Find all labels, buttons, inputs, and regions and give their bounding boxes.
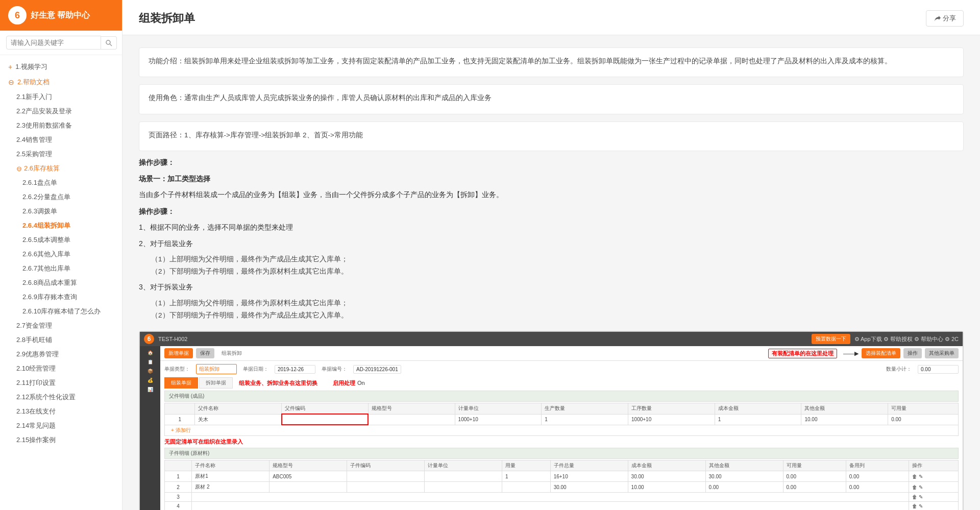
mock-th-c-code: 子件编码 <box>347 460 425 471</box>
mock-action-btn2[interactable]: 其他采购单 <box>925 348 959 358</box>
search-input[interactable] <box>6 36 101 50</box>
sidebar-item-video-learning[interactable]: + 1.视频学习 <box>0 59 122 75</box>
sidebar-item-inventory[interactable]: ⊖ 2.6库存核算 <box>0 161 122 176</box>
mock-td-c2-code <box>347 482 425 493</box>
search-box <box>0 31 122 55</box>
nav-tree: + 1.视频学习 ⊖ 2.帮助文档 2.1新手入门 2.2产品安装及登录 2.3… <box>0 55 122 510</box>
share-button[interactable]: 分享 <box>926 10 964 27</box>
sidebar-item-sysconfig[interactable]: 2.12系统个性化设置 <box>0 390 122 404</box>
table-row-add[interactable]: + 添加行 <box>165 425 959 436</box>
mock-tab-disassembly[interactable]: 拆卸单据 <box>199 377 233 388</box>
sidebar-item-stockfix[interactable]: 2.6.10库存账本错了怎么办 <box>0 304 122 319</box>
sidebar-item-transfer[interactable]: 2.6.3调拨单 <box>0 204 122 218</box>
mock-th-c-num <box>165 460 192 471</box>
sidebar-item-otherinbound[interactable]: 2.6.6其他入库单 <box>0 247 122 261</box>
sidebar-item-sales[interactable]: 2.4销售管理 <box>0 133 122 147</box>
mock-th-name: 父件名称 <box>195 403 282 415</box>
intro-text-3: 页面路径：1、库存核算->库存管理->组装拆卸单 2、首页->常用功能 <box>149 129 954 141</box>
sidebar-item-stockledger[interactable]: 2.6.9库存账本查询 <box>0 290 122 304</box>
mock-add-row-btn[interactable]: + 添加行 <box>168 426 194 434</box>
mock-config-btn[interactable]: 选择装配清单 <box>862 348 900 358</box>
mock-td-c1-total: 16+10 <box>550 471 628 482</box>
mock-td-c1-op[interactable]: 🗑 ✎ <box>909 471 959 482</box>
sidebar-item-print[interactable]: 2.11打印设置 <box>0 376 122 390</box>
mock-type-label: 单据类型： <box>164 366 190 373</box>
sidebar-item-finance[interactable]: 2.7资金管理 <box>0 319 122 333</box>
sidebar-item-otheroutbound[interactable]: 2.6.7其他出库单 <box>0 261 122 276</box>
sidebar-item-help-docs[interactable]: ⊖ 2.帮助文档 <box>0 75 122 90</box>
mock-annotation-bottom: 无固定清单可在组织在这里录入 <box>164 438 959 446</box>
mock-num-value: AD-20191226-001 <box>353 365 401 374</box>
mock-td-c1-name: 原材1 <box>192 471 270 482</box>
sidebar-item-dataprep[interactable]: 2.3使用前数据准备 <box>0 118 122 133</box>
sidebar-item-coupon[interactable]: 2.9优惠券管理 <box>0 347 122 361</box>
mock-nav-icon-1[interactable]: 🏠 <box>146 349 154 356</box>
screenshot-inner: 6 TEST-H002 预置数据一下 ⚙ App下载 ⚙ 帮助授权 ⚙ 帮助中心… <box>139 331 963 510</box>
mock-table-child: 子件名称 规格型号 子件编码 计量单位 用量 子件总量 成本金额 其他金额 <box>164 460 959 510</box>
mock-action-btn1[interactable]: 操作 <box>903 348 922 358</box>
mock-th-available: 可用量 <box>888 403 959 415</box>
mock-main-area: 新增单据 保存 组装拆卸 有装配清单的在这里处理 ——▶ 选择装配清单 操作 其… <box>160 346 963 510</box>
intro-block-2: 使用角色：通常由生产人员或库管人员完成拆装业务的操作，库管人员确认原材料的出库和… <box>139 84 964 114</box>
step1: 1、根据不同的业务，选择不同单据的类型来处理 <box>139 221 964 234</box>
main-content: 组装拆卸单 分享 功能介绍：组装拆卸单用来处理企业组装或拆卸等加工业务，支持有固… <box>122 0 980 510</box>
search-button[interactable] <box>101 36 117 50</box>
sidebar-item-mobile[interactable]: 2.8手机旺铺 <box>0 333 122 347</box>
table-row: 1 关木 1000+10 1 1000+10 1 <box>165 414 959 425</box>
intro-text-2: 使用角色：通常由生产人员或库管人员完成拆装业务的操作，库管人员确认原材料的出库和… <box>149 92 954 104</box>
sidebar-item-install[interactable]: 2.2产品安装及登录 <box>0 104 122 118</box>
sidebar-item-purchase[interactable]: 2.5采购管理 <box>0 147 122 161</box>
mock-td-c2-spec <box>270 482 347 493</box>
mock-th-c-avail: 可用量 <box>783 460 846 471</box>
sidebar-item-costrecalc[interactable]: 2.6.8商品成本重算 <box>0 276 122 290</box>
plus-icon: + <box>8 63 12 71</box>
mock-td-c2-op[interactable]: 🗑 ✎ <box>909 482 959 493</box>
mock-th-unit: 计量单位 <box>455 403 542 415</box>
mock-td-process: 1000+10 <box>628 414 715 425</box>
mock-th-c-name: 子件名称 <box>192 460 270 471</box>
mock-td-c4-num: 4 <box>165 502 192 510</box>
on-badge: On <box>357 380 365 386</box>
content-header: 组装拆卸单 分享 <box>122 0 980 35</box>
mock-th-c-unit: 计量单位 <box>425 460 502 471</box>
mock-th-c-total: 子件总量 <box>550 460 628 471</box>
sidebar-item-cases[interactable]: 2.15操作案例 <box>0 433 122 447</box>
sidebar-item-mgmt[interactable]: 2.10经营管理 <box>0 361 122 376</box>
scene1-desc: 当由多个子件材料组装成一个成品的业务为【组装】业务，当由一个父件拆分成多个子产品… <box>139 188 964 201</box>
mock-type-value: 组装拆卸 <box>196 364 237 374</box>
mock-annotation-top: 有装配清单的在这里处理 <box>768 349 837 358</box>
mock-tab-assembly[interactable]: 组装单据 <box>164 377 198 388</box>
mock-td-c4-op[interactable]: 🗑 ✎ <box>909 502 959 510</box>
sidebar-item-faq[interactable]: 2.14常见问题 <box>0 419 122 433</box>
mock-nav-icon-5[interactable]: 📊 <box>146 386 154 393</box>
mock-td-c1-cost: 30.00 <box>628 471 705 482</box>
mock-td-num: 1 <box>165 414 195 425</box>
mock-td-c1-num: 1 <box>165 471 192 482</box>
table-row: 3 🗑 ✎ <box>165 493 959 502</box>
mock-th-code: 父件编码 <box>282 403 369 415</box>
sidebar-item-stockcheck[interactable]: 2.6.1盘点单 <box>0 176 122 190</box>
mock-nav-icon-2[interactable]: 📋 <box>146 358 154 366</box>
mock-td-c3-op[interactable]: 🗑 ✎ <box>909 493 959 502</box>
mock-nav-icon-3[interactable]: 📦 <box>146 368 154 375</box>
mock-app: 6 TEST-H002 预置数据一下 ⚙ App下载 ⚙ 帮助授权 ⚙ 帮助中心… <box>139 331 963 510</box>
svg-point-0 <box>106 40 110 44</box>
mock-preset-btn[interactable]: 预置数据一下 <box>812 334 850 344</box>
step2-sub2: （2）下部明细为子件明细，最终作为原材料生成其它出库单。 <box>139 265 964 278</box>
sidebar-item-payment[interactable]: 2.13在线支付 <box>0 404 122 419</box>
sidebar-item-label: 1.视频学习 <box>15 62 47 71</box>
sidebar-item-assembly[interactable]: 2.6.4组装拆卸单 <box>0 218 122 233</box>
mock-th-c-back: 备用列 <box>846 460 909 471</box>
sidebar-item-partialcheck[interactable]: 2.6.2分量盘点单 <box>0 190 122 204</box>
mock-nav-icon-4[interactable]: 💰 <box>146 377 154 384</box>
scene1-steps-label: 操作步骤： <box>139 205 964 218</box>
mock-save-btn[interactable]: 保存 <box>196 348 214 358</box>
mock-td-cost: 1 <box>715 414 801 425</box>
mock-th-spec: 规格型号 <box>368 403 455 415</box>
sidebar-item-costadjust[interactable]: 2.6.5成本调整单 <box>0 233 122 247</box>
mock-new-btn[interactable]: 新增单据 <box>164 348 193 358</box>
mock-th-c-usage: 用量 <box>502 460 551 471</box>
sidebar-item-newuser[interactable]: 2.1新手入门 <box>0 90 122 104</box>
mock-td-c1-avail: 0.00 <box>783 471 846 482</box>
mock-th-other: 其他金额 <box>801 403 888 415</box>
